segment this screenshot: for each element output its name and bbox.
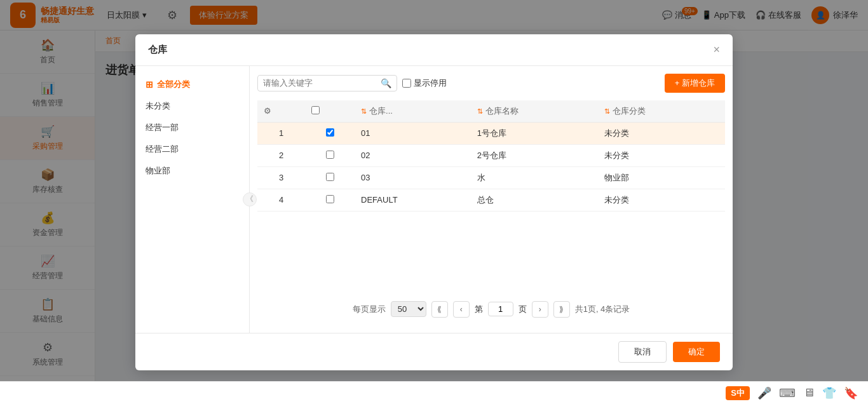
confirm-button[interactable]: 确定 (673, 342, 720, 362)
row-checkbox[interactable] (326, 151, 334, 159)
keyboard-icon[interactable]: ⌨ (779, 386, 796, 400)
modal-body: ⊞ 全部分类 未分类 经营一部 经营二部 物业部 《 (135, 66, 733, 333)
category-label-1: 经营一部 (146, 122, 179, 133)
category-label-0: 未分类 (146, 100, 170, 112)
sort-icon-name: ⇅ (477, 107, 483, 115)
row-actions[interactable]: 2 (257, 144, 305, 166)
first-page-button[interactable]: ⟪ (431, 301, 448, 318)
col-settings: ⚙ (257, 100, 305, 123)
warehouse-modal: 仓库 × ⊞ 全部分类 未分类 经营一部 经营二部 (135, 34, 733, 370)
row-checkbox-cell (305, 166, 355, 189)
table-body: 1 01 1号仓库 未分类 2 02 2号仓库 未分类 3 03 水 物业部 4 (257, 122, 725, 211)
modal-toolbar: 🔍 显示停用 + 新增仓库 (257, 74, 725, 93)
category-label-3: 物业部 (146, 165, 170, 177)
row-index: 4 (279, 195, 283, 205)
bottom-logo: S中 (726, 386, 750, 400)
sort-icon-code: ⇅ (361, 107, 367, 115)
modal-title: 仓库 (148, 44, 167, 56)
row-category: 未分类 (598, 144, 725, 166)
row-actions[interactable]: 4 (257, 189, 305, 211)
prev-page-button[interactable]: ‹ (453, 301, 470, 318)
bottom-taskbar: S中 🎤 ⌨ 🖥 👕 🔖 (0, 381, 868, 404)
table-row[interactable]: 4 DEFAULT 总仓 未分类 (257, 189, 725, 211)
row-name: 2号仓库 (471, 144, 598, 166)
modal-main-area: 🔍 显示停用 + 新增仓库 ⚙ (250, 66, 733, 333)
modal-header: 仓库 × (135, 34, 733, 66)
table-row[interactable]: 3 03 水 物业部 (257, 166, 725, 189)
row-code: 02 (355, 144, 471, 166)
search-wrap: 🔍 (257, 75, 397, 91)
category-item-3[interactable]: 物业部 (135, 160, 249, 182)
row-code: 03 (355, 166, 471, 189)
category-sidebar: ⊞ 全部分类 未分类 经营一部 经营二部 物业部 《 (135, 66, 250, 333)
row-name: 水 (471, 166, 598, 189)
row-checkbox[interactable] (326, 128, 334, 137)
search-icon[interactable]: 🔍 (381, 78, 391, 88)
row-category: 未分类 (598, 122, 725, 144)
page-label: 第 (475, 304, 483, 315)
row-checkbox-cell (305, 189, 355, 211)
cancel-button[interactable]: 取消 (618, 341, 667, 363)
row-actions[interactable]: 3 (257, 166, 305, 189)
row-name: 1号仓库 (471, 122, 598, 144)
category-all[interactable]: ⊞ 全部分类 (135, 74, 249, 95)
modal-close-button[interactable]: × (713, 43, 720, 57)
category-item-0[interactable]: 未分类 (135, 95, 249, 117)
last-page-button[interactable]: ⟫ (553, 301, 570, 318)
grid-icon: ⊞ (146, 79, 153, 90)
next-page-button[interactable]: › (532, 301, 548, 318)
tag-icon[interactable]: 🔖 (844, 386, 858, 400)
row-name: 总仓 (471, 189, 598, 211)
table-row[interactable]: 1 01 1号仓库 未分类 (257, 122, 725, 144)
row-checkbox-cell (305, 144, 355, 166)
display-icon[interactable]: 🖥 (803, 386, 815, 400)
search-input[interactable] (263, 78, 381, 88)
col-code: ⇅仓库... (355, 100, 471, 123)
row-category: 未分类 (598, 189, 725, 211)
row-checkbox[interactable] (326, 195, 334, 203)
category-item-2[interactable]: 经营二部 (135, 138, 249, 160)
row-actions[interactable]: 1 (257, 122, 305, 144)
col-name: ⇅仓库名称 (471, 100, 598, 123)
show-disabled-label: 显示停用 (414, 77, 447, 89)
category-label-2: 经营二部 (146, 144, 179, 155)
row-checkbox-cell (305, 122, 355, 144)
table-container: ⚙ ⇅仓库... ⇅仓库名称 ⇅仓库分类 1 01 1号仓库 未分类 (257, 100, 725, 293)
show-disabled-checkbox[interactable] (402, 79, 411, 88)
table-row[interactable]: 2 02 2号仓库 未分类 (257, 144, 725, 166)
sort-icon-category: ⇅ (604, 107, 610, 115)
category-all-label: 全部分类 (157, 79, 190, 90)
cat-collapse-button[interactable]: 《 (243, 192, 257, 206)
col-category: ⇅仓库分类 (598, 100, 725, 123)
microphone-icon[interactable]: 🎤 (757, 386, 771, 400)
row-index: 2 (279, 151, 283, 160)
page-input[interactable] (488, 302, 513, 316)
table-header: ⚙ ⇅仓库... ⇅仓库名称 ⇅仓库分类 (257, 100, 725, 123)
row-code: DEFAULT (355, 189, 471, 211)
modal-footer: 取消 确定 (135, 333, 733, 370)
row-code: 01 (355, 122, 471, 144)
pagination: 每页显示 50 10 20 100 ⟪ ‹ 第 页 › ⟫ 共1页, 4条记录 (257, 293, 725, 325)
warehouse-table: ⚙ ⇅仓库... ⇅仓库名称 ⇅仓库分类 1 01 1号仓库 未分类 (257, 100, 725, 212)
page-total: 共1页, 4条记录 (575, 304, 630, 315)
per-page-select[interactable]: 50 10 20 100 (391, 301, 426, 317)
category-item-1[interactable]: 经营一部 (135, 117, 249, 138)
per-page-label: 每页显示 (353, 304, 386, 315)
select-all-checkbox[interactable] (311, 106, 320, 114)
page-label-end: 页 (519, 304, 527, 315)
add-warehouse-button[interactable]: + 新增仓库 (665, 74, 725, 93)
col-checkbox (305, 100, 355, 123)
row-checkbox[interactable] (326, 173, 334, 181)
row-category: 物业部 (598, 166, 725, 189)
row-index: 1 (279, 128, 283, 138)
show-disabled-wrap: 显示停用 (402, 77, 447, 89)
modal-overlay[interactable]: 仓库 × ⊞ 全部分类 未分类 经营一部 经营二部 (0, 0, 868, 404)
shirt-icon[interactable]: 👕 (822, 386, 836, 400)
row-index: 3 (279, 173, 283, 182)
